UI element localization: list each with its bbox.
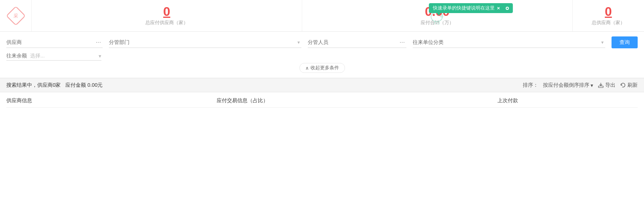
results-summary: 搜索结果中，供应商0家 应付金额 0.00元 [6, 82, 103, 89]
stat-total-payable-suppliers-number: 0 [163, 5, 170, 18]
balance-filter-group: 往来余额 选择... ▾ [6, 51, 101, 61]
filter-area: 供应商 ··· 分管部门 ▾ 分管人员 ··· 往来单位分类 ▾ 查询 往来余额 [0, 32, 644, 78]
diamond-logo-icon: 采 [6, 6, 26, 26]
refresh-btn[interactable]: 刷新 [620, 82, 638, 89]
stat-total-payable-suppliers-label: 总应付供应商（家） [145, 19, 188, 26]
export-icon [598, 82, 604, 88]
balance-placeholder[interactable]: 选择... [30, 52, 99, 59]
stat-total-suppliers: 0 总供应商（家） [573, 0, 644, 31]
balance-arrow-icon[interactable]: ▾ [99, 53, 101, 59]
tooltip-bubble: 快速录单的快捷键说明在这里 × [429, 3, 513, 13]
unit-classification-arrow-icon[interactable]: ▾ [600, 40, 605, 45]
col-last-payment-header: 上次付款 [497, 97, 638, 104]
refresh-label: 刷新 [627, 82, 638, 89]
stat-total-payable-suppliers: 0 总应付供应商（家） [32, 0, 302, 31]
stat-total-suppliers-number: 0 [605, 5, 612, 18]
results-bar: 搜索结果中，供应商0家 应付金额 0.00元 排序： 按应付会额倒序排序 ▾ 导… [0, 78, 644, 92]
supplier-filter-group: 供应商 ··· [6, 37, 103, 48]
manager-filter-input[interactable] [332, 39, 398, 45]
svg-rect-9 [598, 86, 603, 88]
filter-row-2: 往来余额 选择... ▾ [6, 51, 638, 61]
manager-dots-btn[interactable]: ··· [398, 39, 406, 46]
sort-arrow-icon: ▾ [591, 82, 593, 88]
stat-payable-total-label: 应付合计（万） [421, 19, 454, 26]
sort-value-text: 按应付会额倒序排序 [543, 82, 589, 89]
unit-classification-filter-input[interactable] [447, 39, 600, 45]
table-area: 供应商信息 应付交易信息（占比） 上次付款 [0, 92, 644, 204]
tooltip-text: 快速录单的快捷键说明在这里 [433, 5, 495, 11]
svg-text:采: 采 [13, 13, 18, 18]
results-amount: 应付金额 0.00元 [65, 82, 103, 89]
col-supplier-info-header: 供应商信息 [6, 97, 217, 104]
filter-row-1: 供应商 ··· 分管部门 ▾ 分管人员 ··· 往来单位分类 ▾ 查询 [6, 36, 638, 48]
col-transaction-header: 应付交易信息（占比） [217, 97, 497, 104]
supplier-dots-btn[interactable]: ··· [94, 39, 103, 46]
tooltip-close-btn[interactable]: × [497, 5, 500, 11]
query-button[interactable]: 查询 [612, 36, 638, 48]
collapse-icon: ∧ [305, 65, 309, 71]
tooltip-dot-icon [505, 7, 509, 10]
piggy-area: 0.00 应付合计（万） 快速录单的快捷键说明在这里 × [302, 0, 573, 31]
department-filter-label: 分管部门 [109, 39, 130, 46]
export-label: 导出 [605, 82, 615, 89]
department-filter-input[interactable] [133, 39, 296, 45]
table-body [6, 108, 638, 204]
refresh-icon [620, 82, 626, 88]
results-actions: 排序： 按应付会额倒序排序 ▾ 导出 刷新 [523, 82, 638, 89]
department-arrow-icon[interactable]: ▾ [296, 40, 301, 45]
unit-classification-filter-group: 往来单位分类 ▾ [413, 37, 605, 48]
stats-bar: 采 0 总应付供应商（家） 0.00 应付合计（万） 快速录单的快捷键说明在这里… [0, 0, 644, 32]
collapse-row: ∧ 收起更多条件 [6, 63, 638, 73]
manager-filter-label: 分管人员 [308, 39, 328, 46]
unit-classification-filter-label: 往来单位分类 [413, 39, 444, 46]
table-header: 供应商信息 应付交易信息（占比） 上次付款 [6, 92, 638, 108]
collapse-more-btn[interactable]: ∧ 收起更多条件 [299, 63, 345, 73]
balance-filter-label: 往来余额 [6, 52, 27, 59]
sort-value-btn[interactable]: 按应付会额倒序排序 ▾ [543, 82, 593, 89]
sort-label: 排序： [523, 82, 538, 89]
logo-area: 采 [0, 0, 32, 31]
department-filter-group: 分管部门 ▾ [109, 37, 301, 48]
supplier-filter-label: 供应商 [6, 39, 22, 46]
collapse-label: 收起更多条件 [311, 65, 339, 71]
stat-total-suppliers-label: 总供应商（家） [592, 19, 625, 26]
results-text: 搜索结果中，供应商0家 [6, 82, 61, 89]
export-btn[interactable]: 导出 [598, 82, 615, 89]
manager-filter-group: 分管人员 ··· [308, 37, 406, 48]
supplier-filter-input[interactable] [25, 39, 94, 45]
